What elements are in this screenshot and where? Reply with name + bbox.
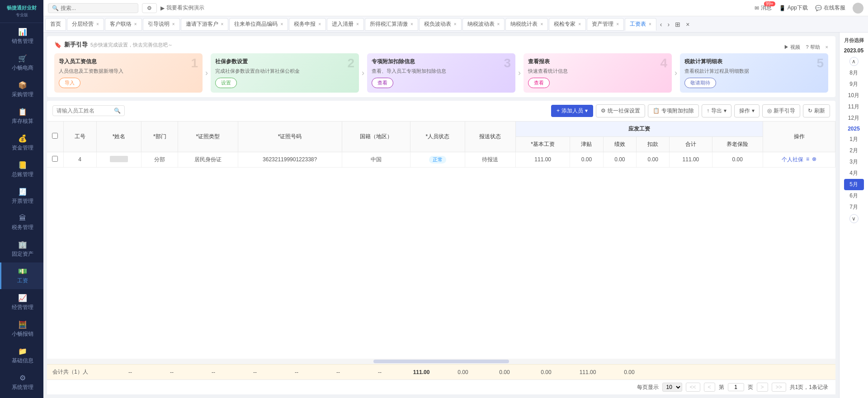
- sidebar-item-collab[interactable]: 🤝 企业协同: [0, 396, 43, 398]
- step5-btn[interactable]: 敬请期待: [684, 78, 716, 88]
- page-first-btn[interactable]: <<: [686, 383, 700, 392]
- page-last-btn[interactable]: >>: [772, 383, 786, 392]
- tab-next-btn[interactable]: ›: [665, 20, 672, 29]
- guide-help-btn[interactable]: ? 帮助: [806, 44, 820, 51]
- month-up-btn[interactable]: ∧: [849, 57, 859, 66]
- tab-1-close[interactable]: ×: [96, 22, 99, 27]
- sidebar-item-purchase[interactable]: 📦 采购管理: [0, 76, 43, 103]
- guide-video-btn[interactable]: ▶ 视频: [784, 44, 800, 51]
- tab-13-close[interactable]: ×: [616, 22, 619, 27]
- month-item-7[interactable]: 7月: [844, 201, 864, 213]
- sidebar-item-salary[interactable]: 💵 工资: [0, 262, 43, 289]
- select-all-checkbox[interactable]: [52, 133, 58, 139]
- sidebar-item-system[interactable]: ⚙ 系统管理: [0, 369, 43, 396]
- operations-btn[interactable]: 操作 ▾: [734, 104, 760, 117]
- sidebar-item-inventory[interactable]: 📋 库存核算: [0, 103, 43, 130]
- scroll-thumb[interactable]: [373, 360, 509, 363]
- tab-3-close[interactable]: ×: [172, 22, 175, 27]
- employee-search-input[interactable]: [57, 108, 112, 114]
- tab-6-close[interactable]: ×: [318, 22, 321, 27]
- tab-10[interactable]: 纳税波动表 ×: [462, 18, 505, 31]
- special-deduction-btn[interactable]: 📋 专项附加扣除: [648, 104, 699, 117]
- page-number-input[interactable]: [728, 383, 744, 391]
- tab-9-close[interactable]: ×: [454, 22, 457, 27]
- month-item-8[interactable]: 8月: [844, 67, 864, 79]
- step2-btn[interactable]: 设置: [215, 78, 237, 88]
- tab-9[interactable]: 税负波动表 ×: [419, 18, 462, 31]
- tab-12[interactable]: 税检专家 ×: [549, 18, 586, 31]
- tab-more-btn[interactable]: ⊞: [672, 20, 683, 29]
- tab-11[interactable]: 纳税统计表 ×: [505, 18, 548, 31]
- month-item-6[interactable]: 6月: [844, 190, 864, 201]
- horizontal-scrollbar[interactable]: [47, 359, 835, 364]
- sidebar-item-operation[interactable]: 📈 经营管理: [0, 289, 43, 316]
- month-item-3[interactable]: 3月: [844, 156, 864, 168]
- tab-8[interactable]: 所得税汇算清缴 ×: [365, 18, 418, 31]
- step1-btn[interactable]: 导入: [59, 78, 80, 88]
- personal-insurance-link[interactable]: 个人社保: [782, 156, 803, 164]
- guide-close-btn[interactable]: ×: [826, 44, 828, 50]
- tab-salary-close[interactable]: ×: [649, 22, 651, 27]
- topbar-msg-btn[interactable]: ✉ 消息 99+: [755, 4, 772, 12]
- tab-7[interactable]: 进入清册 ×: [327, 18, 364, 31]
- topbar-app-btn[interactable]: 📱 App下载: [779, 4, 808, 12]
- month-item-4[interactable]: 4月: [844, 168, 864, 179]
- sidebar-item-ecommerce[interactable]: 🛒 小畅电商: [0, 50, 43, 76]
- tab-salary[interactable]: 工资表 ×: [625, 18, 656, 31]
- row-checkbox[interactable]: [47, 152, 63, 167]
- refresh-btn[interactable]: ↻ 刷新: [803, 104, 830, 117]
- tab-5-close[interactable]: ×: [280, 22, 283, 27]
- row-menu-icon[interactable]: ≡: [806, 156, 809, 164]
- month-item-11[interactable]: 11月: [844, 101, 864, 112]
- tab-13[interactable]: 资产管理 ×: [587, 18, 624, 31]
- month-item-12[interactable]: 12月: [844, 112, 864, 124]
- month-panel-year[interactable]: 2023.05: [844, 46, 863, 56]
- row-select-checkbox[interactable]: [52, 156, 58, 162]
- topbar-settings-btn[interactable]: ⚙: [142, 3, 157, 13]
- add-employee-btn[interactable]: + 添加人员 ▾: [551, 105, 593, 117]
- sidebar-item-finance[interactable]: 💰 资金管理: [0, 130, 43, 156]
- sidebar-item-expense[interactable]: 🧮 小畅报销: [0, 316, 43, 342]
- tab-11-close[interactable]: ×: [540, 22, 543, 27]
- sidebar-item-sales[interactable]: 📊 销售管理: [0, 23, 43, 50]
- sidebar-item-invoice[interactable]: 🧾 开票管理: [0, 183, 43, 210]
- tab-10-close[interactable]: ×: [497, 22, 500, 27]
- tab-prev-btn[interactable]: ‹: [657, 20, 665, 29]
- tab-1[interactable]: 分层经营 ×: [67, 18, 104, 31]
- topbar-search-input[interactable]: [61, 5, 128, 11]
- export-btn[interactable]: ↑ 导出 ▾: [702, 104, 731, 117]
- month-down-btn[interactable]: ∨: [849, 214, 859, 223]
- page-next-btn[interactable]: >: [757, 383, 768, 392]
- month-item-2[interactable]: 2月: [844, 145, 864, 156]
- month-item-year[interactable]: 2025: [844, 124, 864, 134]
- tab-2-close[interactable]: ×: [134, 22, 137, 27]
- sidebar-item-basic[interactable]: 📁 基础信息: [0, 342, 43, 369]
- tab-6[interactable]: 税务申报 ×: [289, 18, 326, 31]
- page-prev-btn[interactable]: <: [704, 383, 715, 392]
- tab-5[interactable]: 往来单位商品编码 ×: [229, 18, 288, 31]
- month-item-9[interactable]: 9月: [844, 79, 864, 90]
- tab-4-close[interactable]: ×: [221, 22, 224, 27]
- month-item-1[interactable]: 1月: [844, 134, 864, 145]
- month-item-5-active[interactable]: 5月: [844, 179, 864, 190]
- tab-home[interactable]: 首页: [45, 18, 66, 31]
- topbar-online-btn[interactable]: 💬 在线客服: [815, 4, 845, 12]
- tab-7-close[interactable]: ×: [356, 22, 359, 27]
- month-item-10[interactable]: 10月: [844, 90, 864, 101]
- avatar[interactable]: [853, 3, 863, 14]
- row-delete-icon[interactable]: ⊗: [812, 156, 816, 164]
- step4-btn[interactable]: 查看: [528, 78, 550, 88]
- tab-2[interactable]: 客户联络 ×: [105, 18, 142, 31]
- per-page-select[interactable]: 10 20 50: [662, 383, 682, 392]
- step3-btn[interactable]: 查看: [372, 78, 393, 88]
- sidebar-item-tax[interactable]: 🏛 税务管理: [0, 210, 43, 236]
- tab-8-close[interactable]: ×: [410, 22, 413, 27]
- tab-12-close[interactable]: ×: [578, 22, 581, 27]
- sidebar-item-ledger[interactable]: 📒 总账管理: [0, 156, 43, 183]
- tab-3[interactable]: 引导说明 ×: [143, 18, 180, 31]
- sidebar-item-assets[interactable]: 🏢 固定资产: [0, 236, 43, 262]
- tab-close-all-btn[interactable]: ×: [683, 20, 692, 29]
- tab-4[interactable]: 邀请下游客户 ×: [181, 18, 229, 31]
- topbar-demo-link[interactable]: ▶ 我要看实例演示: [160, 4, 204, 12]
- unified-settings-btn[interactable]: ⚙ 统一社保设置: [596, 104, 645, 117]
